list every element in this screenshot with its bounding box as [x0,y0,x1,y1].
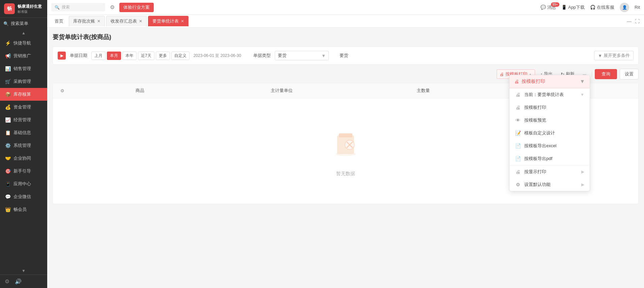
purchase-icon: 🛒 [5,78,11,85]
basic-icon: 📋 [5,130,11,136]
tab-batch-account-label: 库存批次账 [73,18,95,24]
dropdown-close-btn[interactable]: ▼ [580,78,585,85]
template-design-icon: 📝 [515,130,521,136]
window-maximize[interactable]: ⛶ [634,18,641,25]
app-download-label: App下载 [568,4,585,10]
type-filter-label: 单据类型 [253,53,271,59]
sidebar-item-label: 快捷导航 [13,40,31,46]
message-icon: 💬 [540,5,546,10]
trial-button[interactable]: 体验行业方案 [119,3,154,12]
sidebar-item-label: 企业协同 [13,155,31,161]
date-btn-this-year[interactable]: 本年 [122,52,137,60]
sidebar-item-guide[interactable]: 🎯 新手引导 [0,165,47,178]
sidebar-item-basic[interactable]: 📋 基础信息 [0,126,47,139]
tab-batch-account[interactable]: 库存批次账 ✕ [69,16,105,26]
filter-expand-arrow[interactable]: ▶ [58,52,66,60]
topbar-actions: 💬 消息 99+ 📱 App下载 🎧 在线客服 👤 Rit [540,3,640,12]
settings-bottom-icon[interactable]: ⚙ [5,278,9,285]
query-button[interactable]: 查询 [595,69,617,79]
template-excel-label: 按模板导出excel [524,143,556,149]
wechat-icon: 💬 [5,194,11,200]
audio-bottom-icon[interactable]: 🔊 [15,278,22,285]
finance-icon: 💰 [5,104,11,110]
dropdown-section-2: 🖨 按显示打印 ▶ ⚙ 设置默认功能 ▶ [509,165,590,191]
sidebar-item-finance[interactable]: 💰 资金管理 [0,101,47,114]
online-service-action[interactable]: 🎧 在线客服 [590,4,614,10]
table-col-product: 商品 [69,84,211,97]
sidebar-item-sales[interactable]: 📊 销售管理 [0,62,47,75]
operations-icon: 📈 [5,117,11,123]
tab-receipt-summary[interactable]: 收发存汇总表 ✕ [106,16,147,26]
tab-receipt-summary-close[interactable]: ✕ [139,19,142,23]
sidebar-item-marketing[interactable]: 📢 营销推广 [0,50,47,62]
expand-conditions-btn[interactable]: ▼ 展开更多条件 [594,51,634,60]
settings-button[interactable]: 设置 [620,69,639,79]
dropdown-template-excel[interactable]: 📄 按模板导出excel [509,139,590,152]
sidebar-item-purchase[interactable]: 🛒 采购管理 [0,75,47,88]
topbar-gear-icon[interactable]: ⚙ [110,4,115,10]
topbar-search-placeholder: 搜索 [62,4,70,10]
app-subtitle: 标准版 [18,9,42,14]
dropdown-current-template[interactable]: 🖨 当前：要货单统计表 ▼ [509,88,590,101]
topbar-search-icon: 🔍 [55,5,60,10]
dropdown-header: 🖨 按模板打印 ▼ [509,75,590,88]
date-btn-last-month[interactable]: 上月 [91,52,106,60]
date-btn-7days[interactable]: 近7天 [138,52,154,60]
topbar-search[interactable]: 🔍 搜索 [51,3,105,11]
table-settings-cell: ⚙ [56,83,69,98]
messages-badge: 99+ [551,2,559,7]
sidebar-item-appstore[interactable]: 📱 应用中心 [0,178,47,190]
app-download-action[interactable]: 📱 App下载 [561,4,585,10]
window-minimize[interactable]: — [626,18,633,25]
tab-batch-account-close[interactable]: ✕ [97,19,100,23]
set-default-label: 设置默认功能 [524,182,551,188]
sidebar-search[interactable]: 🔍 搜索菜单 [0,18,47,29]
date-btn-this-month[interactable]: 本月 [107,52,121,60]
sidebar-scroll-up[interactable]: ▲ [0,29,47,37]
app-icon: 📱 [561,5,567,10]
sidebar-item-label: 畅会员 [13,206,27,213]
tab-order-stats-close[interactable]: ✕ [181,19,184,23]
username[interactable]: Rit [635,5,640,10]
template-print-label: 按模板打印 [524,104,546,110]
sidebar-item-inventory[interactable]: 📦 库存核算 [0,88,47,101]
date-range-text: 2023-06-01 至 2023-06-30 [194,53,241,59]
sidebar-item-member[interactable]: 👑 畅会员 [0,203,47,216]
tabs-bar: 首页 库存批次账 ✕ 收发存汇总表 ✕ 要货单统计表 ✕ — ⛶ [47,15,644,28]
dropdown-template-pdf[interactable]: 📄 按模板导出pdf [509,152,590,165]
logo-icon: 畅 [4,3,15,14]
sidebar-nav: ⚡ 快捷导航 📢 营销推广 📊 销售管理 🛒 采购管理 📦 库存核算 💰 资金管… [0,37,47,267]
dropdown-display-print[interactable]: 🖨 按显示打印 ▶ [509,165,590,178]
dropdown-template-preview[interactable]: 👁 按模板预览 [509,114,590,127]
template-preview-icon: 👁 [515,118,521,123]
sidebar-scroll-down[interactable]: ▼ [0,267,47,275]
tab-home[interactable]: 首页 [51,16,67,26]
template-excel-icon: 📄 [515,143,521,149]
marketing-icon: 📢 [5,53,11,59]
svg-rect-2 [339,133,352,137]
table-settings-icon[interactable]: ⚙ [58,87,66,95]
dropdown-set-default[interactable]: ⚙ 设置默认功能 ▶ [509,178,590,191]
collab-icon: 🤝 [5,155,11,161]
sidebar-item-label: 系统管理 [13,142,31,149]
messages-action[interactable]: 💬 消息 99+ [540,4,556,10]
type-select[interactable]: 要货 ▼ [275,51,329,60]
date-btn-custom[interactable]: 自定义 [171,52,189,60]
expand-label: 展开更多条件 [604,53,630,59]
template-preview-label: 按模板预览 [524,117,546,123]
dropdown-template-design[interactable]: 📝 模板自定义设计 [509,127,590,139]
sidebar-item-system[interactable]: ⚙️ 系统管理 [0,139,47,152]
sidebar-item-quick-nav[interactable]: ⚡ 快捷导航 [0,37,47,50]
sidebar-item-label: 销售管理 [13,66,31,72]
tab-order-stats[interactable]: 要货单统计表 ✕ [148,16,188,26]
sidebar-item-label: 采购管理 [13,78,31,85]
sidebar-item-wechat[interactable]: 💬 企业微信 [0,190,47,203]
sidebar-item-operations[interactable]: 📈 经营管理 [0,114,47,126]
date-btn-more[interactable]: 更多 [156,52,170,60]
search-icon: 🔍 [3,21,9,26]
user-avatar[interactable]: 👤 [620,3,629,12]
dropdown-template-print[interactable]: 🖨 按模板打印 [509,101,590,114]
topbar: 🔍 搜索 ⚙ 体验行业方案 💬 消息 99+ 📱 App下载 🎧 在线客服 👤 … [47,0,644,15]
dropdown-print-icon: 🖨 [514,79,519,84]
sidebar-item-collab[interactable]: 🤝 企业协同 [0,152,47,165]
